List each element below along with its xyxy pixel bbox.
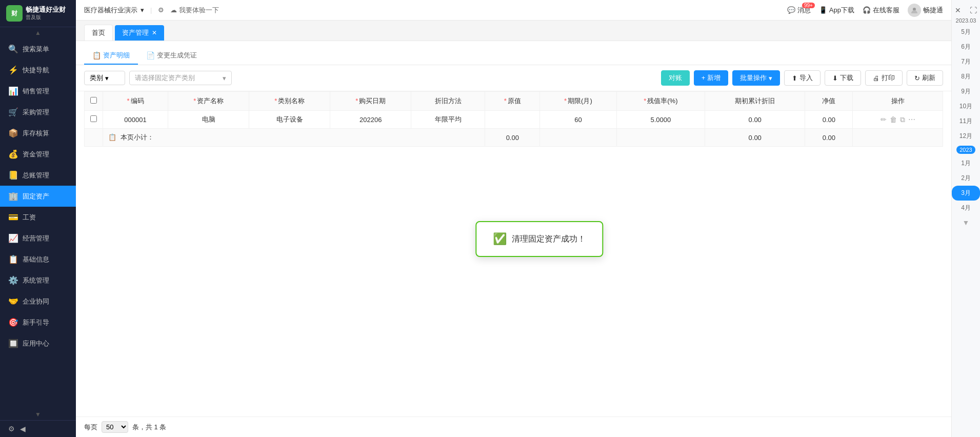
cell-asset-name: 电脑 <box>168 111 249 129</box>
topbar-right: 💬 消息 99+ 📱 App下载 🎧 在线客服 畅捷通 <box>787 4 943 17</box>
month-10[interactable]: 10月 <box>952 99 980 114</box>
refresh-icon: ↻ <box>914 74 920 82</box>
import-icon: ⬆ <box>792 74 797 82</box>
month-9[interactable]: 9月 <box>952 84 980 99</box>
sidebar-item-label: 经营管理 <box>23 234 49 243</box>
download-button[interactable]: ⬇ 下载 <box>825 70 861 86</box>
subtab-change-voucher[interactable]: 📄 变更生成凭证 <box>138 47 205 65</box>
sidebar-item-label: 工资 <box>23 213 36 222</box>
tab-home[interactable]: 首页 <box>84 25 113 41</box>
new-button[interactable]: + 新增 <box>694 70 728 86</box>
operations-icon: 📈 <box>8 233 18 243</box>
payroll-icon: 💳 <box>8 212 18 222</box>
month-6[interactable]: 6月 <box>952 39 980 54</box>
subtotal-empty2 <box>616 129 705 147</box>
tab-asset-management[interactable]: 资产管理 ✕ <box>115 25 164 41</box>
month-2023-3[interactable]: 3月 <box>952 186 980 201</box>
right-panel: ✕ ⛶ 2023.03 5月 6月 7月 8月 9月 10月 11月 12月 2… <box>951 0 980 437</box>
month-7[interactable]: 7月 <box>952 54 980 69</box>
import-button[interactable]: ⬆ 导入 <box>784 70 821 86</box>
month-2023-4[interactable]: 4月 <box>952 201 980 215</box>
month-2023-2[interactable]: 2月 <box>952 171 980 186</box>
scroll-up-button[interactable]: ▲ <box>0 27 76 38</box>
panel-scroll-down[interactable]: ▼ <box>959 215 973 230</box>
sidebar-item-guide[interactable]: 🎯 新手引导 <box>0 312 76 333</box>
category-select[interactable]: 类别 ▾ <box>84 71 125 85</box>
settings-bottom-icon[interactable]: ⚙ <box>8 425 15 433</box>
col-period-months: *期限(月) <box>540 92 617 111</box>
sidebar-item-label: 基础信息 <box>23 255 49 264</box>
tab-close-icon[interactable]: ✕ <box>152 29 157 36</box>
right-panel-close-icon[interactable]: ✕ <box>955 6 961 14</box>
sidebar-item-app-center[interactable]: 🔲 应用中心 <box>0 333 76 354</box>
logo-text: 畅捷通好业财 <box>26 6 66 14</box>
experience-button[interactable]: ☁ 我要体验一下 <box>170 6 219 15</box>
select-all-checkbox[interactable] <box>90 97 97 104</box>
month-5[interactable]: 5月 <box>952 25 980 39</box>
system-icon: ⚙️ <box>8 275 18 285</box>
sidebar-item-label: 固定资产 <box>23 192 49 201</box>
subtab-asset-detail[interactable]: 📋 资产明细 <box>84 47 138 65</box>
sidebar-item-ledger[interactable]: 📒 总账管理 <box>0 165 76 186</box>
app-download-button[interactable]: 📱 App下载 <box>819 6 854 15</box>
right-panel-year-month: 2023.03 <box>955 16 977 25</box>
sidebar-item-search[interactable]: 🔍 搜索菜单 <box>0 38 76 59</box>
row-checkbox-cell[interactable] <box>85 111 103 129</box>
month-8[interactable]: 8月 <box>952 69 980 84</box>
avatar <box>908 4 921 17</box>
sidebar-item-operations[interactable]: 📈 经营管理 <box>0 228 76 249</box>
dropdown-icon: ▾ <box>223 74 226 82</box>
app-center-icon: 🔲 <box>8 339 18 348</box>
change-voucher-icon: 📄 <box>146 51 155 59</box>
sidebar-item-cooperation[interactable]: 🤝 企业协同 <box>0 291 76 312</box>
batch-button[interactable]: 批量操作 ▾ <box>732 70 780 86</box>
select-all-header[interactable] <box>85 92 103 111</box>
sales-icon: 📊 <box>8 86 18 96</box>
user-menu[interactable]: 畅捷通 <box>908 4 943 17</box>
row-checkbox[interactable] <box>90 115 97 122</box>
message-button[interactable]: 💬 消息 99+ <box>787 6 811 15</box>
delete-icon[interactable]: 🗑 <box>890 115 897 124</box>
success-toast: ✅ 清理固定资产成功！ <box>475 221 603 257</box>
month-2023-1[interactable]: 1月 <box>952 156 980 171</box>
sidebar-item-payroll[interactable]: 💳 工资 <box>0 207 76 228</box>
reconcile-button[interactable]: 对账 <box>661 70 690 86</box>
inventory-icon: 📦 <box>8 128 18 138</box>
settings-icon[interactable]: ⚙ <box>158 6 164 14</box>
sidebar-logo: 财 畅捷通好业财 普及版 <box>0 0 76 27</box>
edit-icon[interactable]: ✏ <box>881 115 887 124</box>
toolbar-right: 对账 + 新增 批量操作 ▾ ⬆ 导入 ⬇ 下载 🖨 <box>661 70 943 86</box>
subtotal-actions-empty <box>853 129 943 147</box>
company-name: 医疗器械行业演示 <box>84 6 137 15</box>
sidebar-item-fixed-assets[interactable]: 🏢 固定资产 <box>0 186 76 207</box>
sidebar-item-sales[interactable]: 📊 销售管理 <box>0 81 76 102</box>
sidebar-item-basic-info[interactable]: 📋 基础信息 <box>0 249 76 270</box>
refresh-button[interactable]: ↻ 刷新 <box>907 70 943 86</box>
sidebar-item-purchase[interactable]: 🛒 采购管理 <box>0 102 76 123</box>
month-12[interactable]: 12月 <box>952 129 980 144</box>
sidebar-item-inventory[interactable]: 📦 库存核算 <box>0 123 76 144</box>
more-icon[interactable]: ⋯ <box>908 115 915 124</box>
fixed-assets-icon: 🏢 <box>8 191 18 201</box>
online-service-button[interactable]: 🎧 在线客服 <box>863 6 899 15</box>
sidebar-item-system[interactable]: ⚙️ 系统管理 <box>0 270 76 291</box>
company-selector[interactable]: 医疗器械行业演示 ▾ <box>84 6 144 15</box>
collapse-icon[interactable]: ◀ <box>20 425 26 433</box>
sidebar-item-quick-nav[interactable]: ⚡ 快捷导航 <box>0 59 76 81</box>
right-panel-expand-icon[interactable]: ⛶ <box>970 6 977 14</box>
cell-code: 000001 <box>103 111 168 129</box>
print-button[interactable]: 🖨 打印 <box>865 70 903 86</box>
per-page-select[interactable]: 50 10 20 100 <box>102 421 128 433</box>
logo-sub: 普及版 <box>26 14 66 21</box>
sidebar-item-label: 应用中心 <box>23 339 49 348</box>
scroll-down-button[interactable]: ▼ <box>0 409 76 420</box>
cell-initial-depreciation: 0.00 <box>705 111 805 129</box>
sidebar-item-label: 销售管理 <box>23 87 49 96</box>
copy-icon[interactable]: ⧉ <box>900 115 905 124</box>
toolbar: 类别 ▾ 请选择固定资产类别 ▾ 对账 + 新增 批量操作 ▾ ⬆ <box>76 65 951 91</box>
subtotal-empty1 <box>540 129 617 147</box>
category-input[interactable]: 请选择固定资产类别 ▾ <box>129 71 232 85</box>
sidebar-item-funds[interactable]: 💰 资金管理 <box>0 144 76 165</box>
month-11[interactable]: 11月 <box>952 114 980 129</box>
ledger-icon: 📒 <box>8 170 18 180</box>
